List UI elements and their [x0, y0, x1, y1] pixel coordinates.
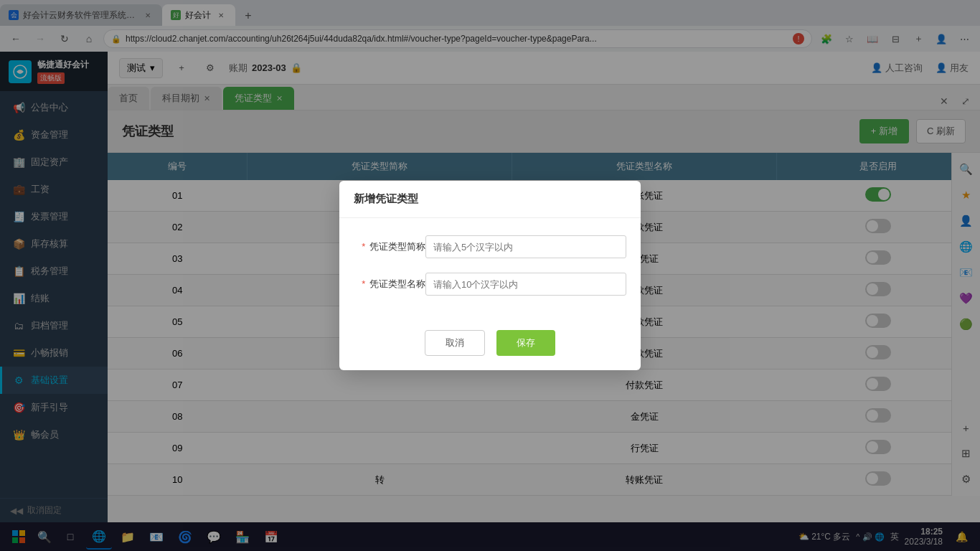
short-name-row: * 凭证类型简称: [354, 235, 626, 258]
modal-body: * 凭证类型简称 * 凭证类型名称: [339, 218, 641, 321]
modal-header: 新增凭证类型: [339, 181, 641, 218]
required-mark: *: [362, 241, 365, 252]
modal-overlay: 新增凭证类型 * 凭证类型简称 * 凭证类型名称 取消 保存: [0, 0, 980, 551]
short-name-label: * 凭证类型简称: [354, 240, 425, 253]
full-name-row: * 凭证类型名称: [354, 273, 626, 296]
modal-footer: 取消 保存: [339, 321, 641, 370]
short-name-input[interactable]: [425, 235, 626, 258]
full-name-label: * 凭证类型名称: [354, 278, 425, 291]
modal-title: 新增凭证类型: [354, 192, 418, 204]
required-mark: *: [362, 278, 365, 289]
cancel-button[interactable]: 取消: [425, 330, 485, 356]
full-name-input[interactable]: [425, 273, 626, 296]
save-button[interactable]: 保存: [496, 330, 555, 356]
new-voucher-type-modal: 新增凭证类型 * 凭证类型简称 * 凭证类型名称 取消 保存: [339, 181, 641, 370]
